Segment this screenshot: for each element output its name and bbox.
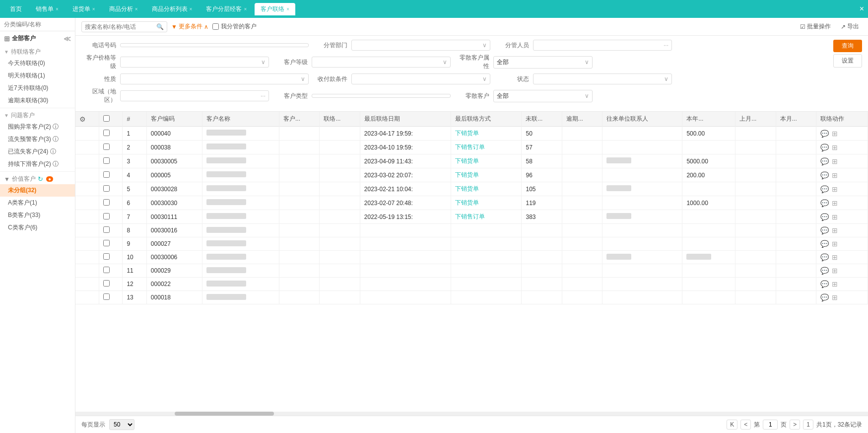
- close-icon[interactable]: ×: [286, 6, 289, 12]
- tab-purchase[interactable]: 进货单 ×: [67, 3, 101, 15]
- chat-icon[interactable]: 💬: [820, 253, 829, 261]
- page-size-select[interactable]: 50 100: [109, 419, 134, 430]
- row-checkbox[interactable]: [99, 224, 123, 237]
- row-select-checkbox[interactable]: [103, 253, 110, 260]
- row-last-method[interactable]: 下销货单: [451, 168, 522, 182]
- row-last-method[interactable]: 下销货单: [451, 196, 522, 210]
- grid-icon[interactable]: ⊞: [832, 171, 838, 179]
- grid-icon[interactable]: ⊞: [832, 144, 838, 151]
- last-method-link[interactable]: 下销货单: [455, 130, 479, 137]
- close-icon[interactable]: ×: [135, 6, 138, 12]
- settings-button[interactable]: 设置: [833, 54, 862, 68]
- row-checkbox[interactable]: [99, 237, 123, 251]
- sidebar-item-class-a[interactable]: A类客户(1): [0, 197, 75, 209]
- search-input[interactable]: [85, 23, 154, 30]
- sidebar-item-ungrouped[interactable]: 未分组(32): [0, 184, 75, 197]
- all-customers-header[interactable]: ⊞ 全部客户 ≪: [0, 31, 75, 46]
- close-icon[interactable]: ×: [190, 6, 193, 12]
- prev-page-button[interactable]: <: [740, 420, 751, 430]
- chat-icon[interactable]: 💬: [820, 185, 829, 193]
- tab-home[interactable]: 首页: [4, 3, 28, 15]
- tab-analysis-list[interactable]: 商品分析列表 ×: [146, 3, 199, 15]
- tab-customer-segment[interactable]: 客户分层经客 ×: [200, 3, 253, 15]
- payment-select[interactable]: ∨: [351, 73, 490, 84]
- dept-select[interactable]: ∨: [351, 40, 490, 51]
- chat-icon[interactable]: 💬: [820, 157, 829, 165]
- chat-icon[interactable]: 💬: [820, 240, 829, 248]
- customer-type-select[interactable]: [312, 94, 451, 98]
- row-checkbox[interactable]: [99, 127, 123, 141]
- last-method-link[interactable]: 下销售订单: [455, 213, 485, 220]
- retail-attr-select[interactable]: 全部 ∨: [493, 56, 593, 69]
- grid-icon[interactable]: ⊞: [832, 293, 838, 301]
- export-button[interactable]: ↗ 导出: [838, 21, 862, 32]
- grid-icon[interactable]: ⊞: [832, 185, 838, 193]
- row-last-method[interactable]: [451, 264, 522, 278]
- grid-icon[interactable]: ⊞: [832, 157, 838, 165]
- customer-grade-select[interactable]: ∨: [312, 57, 451, 68]
- chat-icon[interactable]: 💬: [820, 213, 829, 221]
- row-checkbox[interactable]: [99, 196, 123, 210]
- chat-icon[interactable]: 💬: [820, 199, 829, 207]
- tab-analysis[interactable]: 商品分析 ×: [103, 3, 144, 15]
- sidebar-item-churned[interactable]: 已流失客户(24) ⓘ: [0, 145, 75, 158]
- last-method-link[interactable]: 下销货单: [455, 185, 479, 192]
- chat-icon[interactable]: 💬: [820, 267, 829, 275]
- close-icon[interactable]: ×: [244, 6, 247, 12]
- row-last-method[interactable]: 下销货单: [451, 127, 522, 141]
- row-last-method[interactable]: [451, 237, 522, 251]
- last-method-link[interactable]: 下销货单: [455, 199, 479, 206]
- collapse-icon[interactable]: ≪: [64, 35, 71, 43]
- row-checkbox[interactable]: [99, 168, 123, 182]
- row-checkbox[interactable]: [99, 210, 123, 224]
- last-method-link[interactable]: 下销货单: [455, 157, 479, 164]
- row-select-checkbox[interactable]: [103, 240, 110, 246]
- grid-icon[interactable]: ⊞: [832, 267, 838, 275]
- close-all-button[interactable]: ×: [860, 4, 864, 13]
- grid-icon[interactable]: ⊞: [832, 226, 838, 234]
- chat-icon[interactable]: 💬: [820, 293, 829, 301]
- row-checkbox[interactable]: [99, 182, 123, 196]
- row-checkbox[interactable]: [99, 141, 123, 154]
- row-select-checkbox[interactable]: [103, 213, 110, 219]
- row-checkbox[interactable]: [99, 154, 123, 168]
- select-all-checkbox[interactable]: [103, 115, 110, 122]
- retail-customer-select[interactable]: 全部 ∨: [493, 90, 593, 102]
- sidebar-item-week-pending[interactable]: 近7天待联络(0): [0, 82, 75, 94]
- sidebar-item-class-b[interactable]: B类客户(33): [0, 209, 75, 221]
- chat-icon[interactable]: 💬: [820, 144, 829, 151]
- row-last-method[interactable]: [451, 251, 522, 264]
- row-select-checkbox[interactable]: [103, 293, 110, 300]
- next-page-button[interactable]: >: [790, 420, 800, 430]
- row-last-method[interactable]: 下销货单: [451, 182, 522, 196]
- row-select-checkbox[interactable]: [103, 185, 110, 192]
- filter-button[interactable]: ▼ 更多条件 ∧: [171, 22, 208, 31]
- row-select-checkbox[interactable]: [103, 171, 110, 178]
- row-last-method[interactable]: 下销售订单: [451, 210, 522, 224]
- region-select[interactable]: ···: [120, 90, 269, 101]
- grid-icon[interactable]: ⊞: [832, 240, 838, 248]
- row-checkbox[interactable]: [99, 291, 123, 304]
- row-checkbox[interactable]: [99, 278, 123, 291]
- close-icon[interactable]: ×: [56, 6, 59, 12]
- settings-icon[interactable]: ⚙: [79, 115, 86, 123]
- chat-icon[interactable]: 💬: [820, 171, 829, 179]
- chat-icon[interactable]: 💬: [820, 280, 829, 288]
- refresh-icon[interactable]: ↻: [38, 175, 43, 183]
- row-last-method[interactable]: 下销货单: [451, 154, 522, 168]
- first-page-button[interactable]: K: [727, 420, 737, 430]
- sidebar-item-today-pending[interactable]: 今天待联络(0): [0, 57, 75, 70]
- row-select-checkbox[interactable]: [103, 130, 110, 136]
- row-select-checkbox[interactable]: [103, 267, 110, 273]
- row-select-checkbox[interactable]: [103, 280, 110, 287]
- grid-icon[interactable]: ⊞: [832, 199, 838, 207]
- sidebar-item-class-c[interactable]: C类客户(6): [0, 221, 75, 234]
- nature-select[interactable]: ∨: [120, 73, 309, 84]
- grid-icon[interactable]: ⊞: [832, 213, 838, 221]
- status-select[interactable]: ∨: [533, 73, 672, 84]
- chat-icon[interactable]: 💬: [820, 226, 829, 234]
- grid-icon[interactable]: ⊞: [832, 280, 838, 288]
- category-search-input[interactable]: [4, 21, 75, 28]
- last-page-button[interactable]: 1: [803, 420, 813, 430]
- row-select-checkbox[interactable]: [103, 144, 110, 150]
